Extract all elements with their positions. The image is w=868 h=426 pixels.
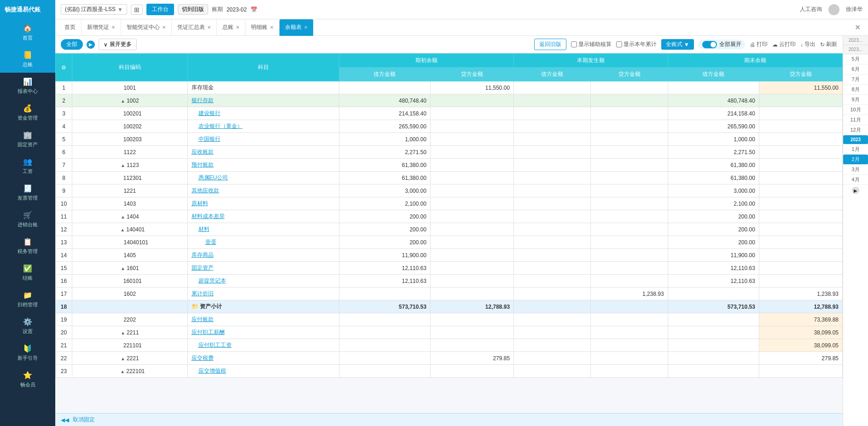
row-name[interactable]: 应交增值税 bbox=[187, 365, 339, 378]
sidebar-item-tax[interactable]: 📋 税务管理 bbox=[0, 233, 55, 259]
tab-new-voucher[interactable]: 新增凭证 ✕ bbox=[82, 19, 121, 36]
row-name[interactable]: 应交税费 bbox=[187, 352, 339, 365]
full-style-button[interactable]: 全账式 ▼ bbox=[661, 39, 694, 50]
consult-link[interactable]: 人工咨询 bbox=[800, 6, 822, 13]
month-2[interactable]: 2月 bbox=[843, 155, 868, 165]
sidebar-item-archive[interactable]: 📁 归档管理 bbox=[0, 286, 55, 313]
sidebar-item-settings[interactable]: ⚙️ 设置 bbox=[0, 313, 55, 340]
th-settings[interactable]: ⚙ bbox=[56, 54, 72, 81]
sidebar-item-wages[interactable]: 👥 工资 bbox=[0, 153, 55, 179]
tab-detail[interactable]: 明细账 ✕ bbox=[245, 19, 280, 36]
row-name[interactable]: 其他应收款 bbox=[187, 184, 339, 197]
expand-more-button[interactable]: ∨ 展开更多 bbox=[99, 39, 137, 50]
refresh-button[interactable]: ↻ 刷新 bbox=[820, 40, 837, 48]
row-code: ▲1404 bbox=[72, 210, 188, 223]
sidebar-item-home[interactable]: 🏠 首页 bbox=[0, 19, 55, 46]
row-name[interactable]: 超提凭记本 bbox=[187, 275, 339, 288]
sidebar-item-funds[interactable]: 💰 资金管理 bbox=[0, 99, 55, 126]
sidebar-item-reports[interactable]: 📊 报表中心 bbox=[0, 73, 55, 99]
filter-arrow-button[interactable]: ▶ bbox=[87, 40, 95, 49]
calendar-icon[interactable]: 📅 bbox=[250, 6, 257, 13]
month-1[interactable]: 1月 bbox=[843, 144, 868, 155]
close-icon[interactable]: ✕ bbox=[207, 25, 211, 30]
close-icon[interactable]: ✕ bbox=[236, 25, 239, 30]
sidebar-item-purchase[interactable]: 🛒 进销台账 bbox=[0, 206, 55, 233]
end-debit bbox=[668, 81, 759, 94]
tab-balance[interactable]: 余额表 ✕ bbox=[280, 19, 314, 36]
show-year-total-checkbox[interactable]: 显示本年累计 bbox=[616, 40, 657, 48]
close-icon[interactable]: ✕ bbox=[111, 25, 115, 30]
balance-data-table: ⚙ 科目编码 科目 期初余额 本期发生额 期末余额 借方金额 贷方金额 借方金额 bbox=[55, 53, 843, 378]
row-name[interactable]: 建设银行 bbox=[187, 107, 339, 120]
year-total-checkbox-input[interactable] bbox=[616, 41, 622, 47]
sidebar-item-assets[interactable]: 🏢 固定资产 bbox=[0, 126, 55, 153]
close-all-tabs-button[interactable]: ✕ bbox=[851, 23, 864, 32]
row-name[interactable]: 银行存款 bbox=[187, 94, 339, 107]
copy-button[interactable]: ⊞ bbox=[131, 5, 143, 15]
month-6[interactable]: 6月 bbox=[843, 64, 868, 75]
sidebar-item-settle[interactable]: ✅ 结账 bbox=[0, 259, 55, 286]
row-name[interactable]: 材料 bbox=[187, 223, 339, 236]
sidebar-item-guide[interactable]: 🔰 新手引导 bbox=[0, 340, 55, 366]
switch-version-button[interactable]: 切到旧版 bbox=[178, 4, 208, 15]
all-filter-button[interactable]: 全部 bbox=[61, 39, 83, 50]
row-name[interactable]: 材料成本差异 bbox=[187, 210, 339, 223]
user-name[interactable]: 徐泽华 bbox=[846, 6, 862, 13]
month-4[interactable]: 4月 bbox=[843, 175, 868, 185]
row-name[interactable]: 愚属EU公司 bbox=[187, 172, 339, 184]
row-name[interactable]: 应付职工薪酬 bbox=[187, 326, 339, 339]
row-name[interactable]: 原材料 bbox=[187, 197, 339, 210]
current-debit bbox=[514, 172, 591, 184]
row-name[interactable]: 农业银行（黄金） bbox=[187, 120, 339, 133]
close-icon[interactable]: ✕ bbox=[304, 25, 308, 30]
end-debit bbox=[668, 288, 759, 300]
back-old-version-button[interactable]: 返回旧版 bbox=[534, 39, 566, 50]
close-icon[interactable]: ✕ bbox=[162, 25, 166, 30]
expand-panel-button[interactable]: ▶ bbox=[843, 185, 868, 196]
tab-label: 余额表 bbox=[285, 23, 302, 31]
row-code: 14040101 bbox=[72, 236, 188, 249]
sidebar: 畅捷通易代账 🏠 首页 📒 总账 📊 报表中心 💰 资金管理 🏢 固定资产 👥 … bbox=[0, 0, 55, 426]
month-3[interactable]: 3月 bbox=[843, 165, 868, 175]
period-debit: 12,110.63 bbox=[339, 262, 430, 275]
month-8[interactable]: 8月 bbox=[843, 85, 868, 95]
tab-smart-center[interactable]: 智能凭证中心 ✕ bbox=[121, 19, 172, 36]
month-7[interactable]: 7月 bbox=[843, 75, 868, 85]
month-11[interactable]: 11月 bbox=[843, 115, 868, 125]
export-button[interactable]: ↓ 导出 bbox=[800, 40, 816, 48]
row-name[interactable]: 壹蛋 bbox=[187, 236, 339, 249]
row-name[interactable]: 预付账款 bbox=[187, 159, 339, 172]
auxiliary-checkbox-input[interactable] bbox=[571, 41, 577, 47]
row-name[interactable]: 应付职工工资 bbox=[187, 339, 339, 352]
row-name[interactable]: 中国银行 bbox=[187, 133, 339, 146]
sidebar-item-member[interactable]: ⭐ 畅会员 bbox=[0, 366, 55, 393]
row-name[interactable]: 库存商品 bbox=[187, 249, 339, 262]
workbench-button[interactable]: 工作台 bbox=[146, 4, 174, 15]
bottom-bar[interactable]: ◀◀ 取消固定 bbox=[55, 413, 843, 426]
sidebar-item-ledger[interactable]: 📒 总账 bbox=[0, 46, 55, 73]
close-icon[interactable]: ✕ bbox=[270, 25, 274, 30]
toggle-switch[interactable] bbox=[702, 41, 717, 48]
panel-toggle-icon[interactable]: ▶ bbox=[852, 187, 859, 194]
expand-all-toggle[interactable]: 全部展开 bbox=[699, 40, 745, 49]
row-number: 6 bbox=[56, 146, 72, 159]
row-name[interactable]: 固定资产 bbox=[187, 262, 339, 275]
show-auxiliary-checkbox[interactable]: 显示辅助核算 bbox=[571, 40, 612, 48]
month-9[interactable]: 9月 bbox=[843, 95, 868, 105]
company-selector[interactable]: (劣副) 江西股圣-LSS ▼ bbox=[61, 4, 127, 15]
row-name[interactable]: 应收账款 bbox=[187, 146, 339, 159]
period-credit bbox=[431, 275, 514, 288]
tab-home[interactable]: 首页 bbox=[59, 19, 82, 36]
print-button[interactable]: 🖨 打印 bbox=[750, 40, 768, 48]
month-10[interactable]: 10月 bbox=[843, 105, 868, 115]
row-name[interactable]: 累计折旧 bbox=[187, 288, 339, 300]
tab-voucher-summary[interactable]: 凭证汇总表 ✕ bbox=[172, 19, 217, 36]
month-5[interactable]: 5月 bbox=[843, 54, 868, 64]
row-name[interactable]: 应付账款 bbox=[187, 313, 339, 326]
sidebar-item-label: 归档管理 bbox=[17, 301, 38, 308]
cloud-print-button[interactable]: ☁ 云打印 bbox=[772, 40, 796, 48]
month-12[interactable]: 12月 bbox=[843, 125, 868, 135]
year-2023[interactable]: 2023 bbox=[843, 135, 868, 144]
tab-ledger[interactable]: 总账 ✕ bbox=[217, 19, 245, 36]
sidebar-item-invoices[interactable]: 🧾 发票管理 bbox=[0, 179, 55, 206]
